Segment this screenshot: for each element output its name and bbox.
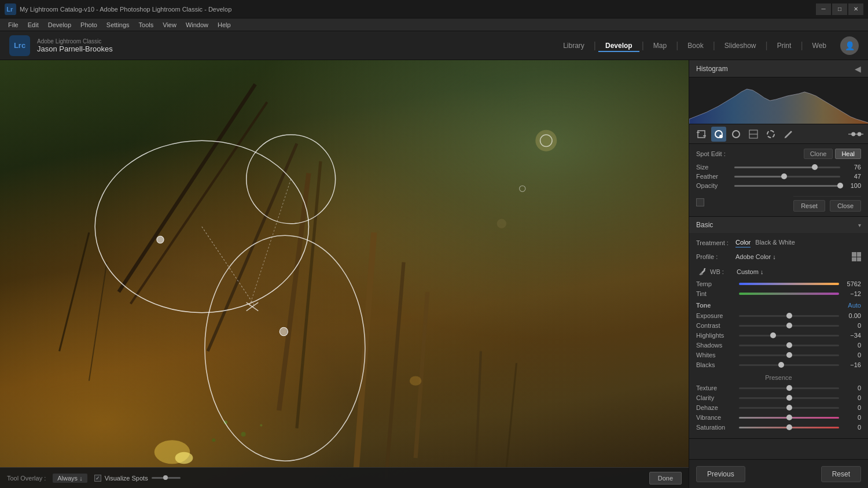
previous-button[interactable]: Previous [696, 466, 745, 482]
visualize-spots-slider[interactable] [152, 477, 181, 479]
visualize-spots-group: ✓ Visualize Spots [94, 475, 181, 482]
reset-button[interactable]: Reset [821, 466, 861, 482]
highlights-row: Highlights −34 [696, 332, 861, 339]
opacity-slider[interactable] [734, 185, 840, 187]
vibrance-row: Vibrance 0 [696, 414, 861, 421]
slider-range-icon[interactable] [848, 127, 863, 142]
tone-auto-button[interactable]: Auto [848, 302, 861, 309]
highlights-value: −34 [843, 332, 861, 339]
profile-grid-icon[interactable] [852, 252, 861, 261]
spot-edit-mode-buttons: Clone Heal [804, 149, 861, 159]
svg-point-19 [224, 420, 227, 424]
minimize-button[interactable]: ─ [816, 3, 831, 15]
size-slider[interactable] [734, 167, 840, 168]
radial-filter-icon[interactable] [763, 127, 778, 142]
treatment-buttons: Color Black & White [735, 238, 795, 247]
svg-point-3 [497, 219, 506, 228]
histogram-canvas [689, 77, 868, 124]
svg-line-8 [297, 161, 321, 428]
nav-develop[interactable]: Develop [598, 39, 639, 52]
wb-value[interactable]: Custom ↓ [737, 268, 861, 275]
svg-point-17 [175, 452, 193, 464]
dehaze-slider[interactable] [739, 407, 839, 409]
basic-panel: Basic ▾ Treatment : Color Black & White [689, 217, 868, 439]
maximize-button[interactable]: □ [832, 3, 847, 15]
crop-tool-icon[interactable] [694, 127, 709, 142]
photo-background [0, 60, 689, 488]
right-panel-scrollable[interactable]: Spot Edit : Clone Heal Size 76 [689, 144, 868, 459]
nav-map[interactable]: Map [646, 39, 674, 52]
texture-slider[interactable] [739, 387, 839, 389]
feather-slider[interactable] [734, 176, 840, 178]
menu-develop[interactable]: Develop [43, 19, 76, 31]
wb-eyedropper[interactable] [696, 266, 708, 278]
heal-mode-button[interactable]: Heal [835, 149, 861, 159]
exposure-slider[interactable] [739, 315, 839, 317]
temp-label: Temp [696, 280, 735, 287]
menu-help[interactable]: Help [213, 19, 236, 31]
nav-slideshow[interactable]: Slideshow [718, 39, 763, 52]
svg-line-5 [131, 102, 267, 304]
vibrance-slider[interactable] [739, 417, 839, 419]
close-button[interactable]: ✕ [848, 3, 863, 15]
tint-slider[interactable] [739, 293, 839, 295]
profile-avatar[interactable]: 👤 [840, 36, 859, 55]
menu-edit[interactable]: Edit [23, 19, 43, 31]
color-treatment-button[interactable]: Color [735, 238, 751, 247]
window-title: My Lightroom Catalog-v10 - Adobe Photosh… [20, 6, 816, 13]
tint-value: −12 [843, 290, 861, 297]
contrast-value: 0 [843, 322, 861, 329]
histogram-collapse[interactable]: ◀ [855, 64, 861, 73]
temp-slider[interactable] [739, 283, 839, 285]
spot-heal-tool-icon[interactable] [711, 127, 726, 142]
texture-row: Texture 0 [696, 385, 861, 391]
menu-tools[interactable]: Tools [134, 19, 159, 31]
tool-icons-row [689, 124, 868, 144]
svg-line-6 [208, 143, 297, 351]
shadows-slider[interactable] [739, 345, 839, 346]
profile-label: Profile : [696, 253, 735, 260]
done-button[interactable]: Done [649, 472, 682, 485]
contrast-slider[interactable] [739, 325, 839, 327]
nav-book[interactable]: Book [681, 39, 710, 52]
svg-point-2 [535, 130, 557, 151]
gradient-tool-icon[interactable] [746, 127, 761, 142]
svg-point-22 [212, 438, 215, 442]
saturation-slider[interactable] [739, 427, 839, 428]
red-eye-tool-icon[interactable] [729, 127, 744, 142]
basic-panel-header[interactable]: Basic ▾ [689, 217, 868, 233]
clone-mode-button[interactable]: Clone [804, 149, 833, 159]
exposure-value: 0.00 [843, 312, 861, 319]
spot-edit-close-button[interactable]: Close [830, 200, 861, 212]
whites-row: Whites 0 [696, 352, 861, 358]
nav-web[interactable]: Web [806, 39, 833, 52]
temp-row: Temp 5762 [696, 280, 861, 287]
nav-print[interactable]: Print [770, 39, 799, 52]
svg-point-41 [858, 132, 862, 136]
bw-treatment-button[interactable]: Black & White [755, 238, 795, 247]
histogram-chart [689, 77, 868, 124]
profile-value[interactable]: Adobe Color ↓ [735, 253, 852, 260]
visualize-spots-checkbox[interactable]: ✓ [94, 475, 101, 482]
blacks-slider[interactable] [739, 364, 839, 366]
adjustment-brush-icon[interactable] [781, 127, 796, 142]
menu-view[interactable]: View [158, 19, 181, 31]
user-name: Jason Parnell-Brookes [37, 45, 113, 53]
spot-edit-reset-button[interactable]: Reset [793, 200, 825, 212]
vibrance-label: Vibrance [696, 414, 735, 421]
menu-file[interactable]: File [3, 19, 23, 31]
always-dropdown[interactable]: Always ↓ [53, 474, 87, 483]
clarity-slider[interactable] [739, 397, 839, 399]
menu-settings[interactable]: Settings [102, 19, 134, 31]
treatment-label: Treatment : [696, 239, 735, 246]
whites-label: Whites [696, 352, 735, 358]
panel-bottom-bar: Previous Reset [689, 459, 868, 488]
shadows-row: Shadows 0 [696, 342, 861, 349]
nav-library[interactable]: Library [556, 39, 591, 52]
whites-slider[interactable] [739, 354, 839, 356]
menu-bar: File Edit Develop Photo Settings Tools V… [0, 19, 868, 31]
menu-window[interactable]: Window [181, 19, 213, 31]
menu-photo[interactable]: Photo [76, 19, 102, 31]
highlights-slider[interactable] [739, 335, 839, 337]
profile-row: Profile : Adobe Color ↓ [696, 252, 861, 261]
